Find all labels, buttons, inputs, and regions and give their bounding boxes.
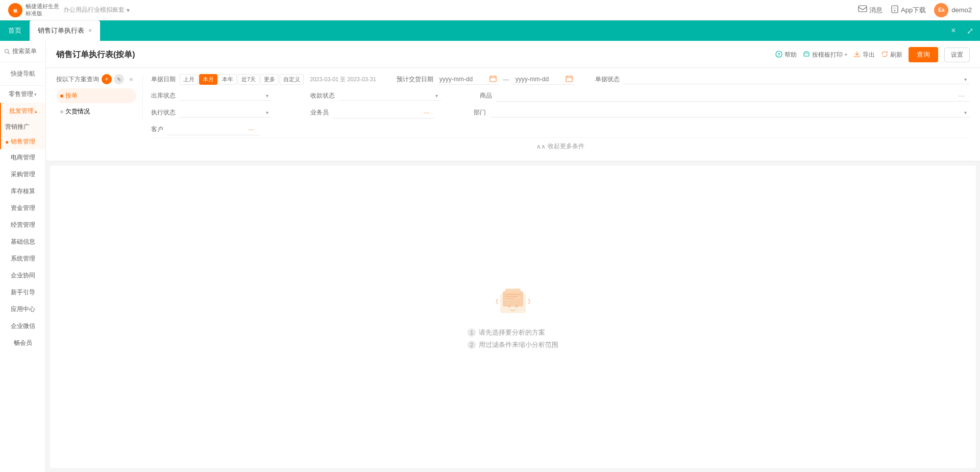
- enterprise-label: 企业协同: [11, 271, 35, 280]
- export-icon: [853, 51, 861, 59]
- chevron-up-icon: ∧∧: [536, 143, 546, 150]
- collapse-more-button[interactable]: ∧∧ 收起更多条件: [151, 137, 970, 155]
- svg-text:畅: 畅: [13, 9, 17, 13]
- expected-date-end-input[interactable]: [513, 74, 564, 84]
- calendar-end-icon[interactable]: [564, 75, 575, 84]
- bill-status-field: 单据状态 ▾: [595, 75, 970, 84]
- exec-status-field: 执行状态 ▾: [151, 108, 272, 117]
- sidebar-item-wechat[interactable]: 企业微信: [0, 318, 45, 335]
- scheme-collapse-button[interactable]: «: [126, 74, 136, 84]
- out-status-label: 出库状态: [151, 91, 176, 100]
- dept-arrow-icon: ▾: [964, 110, 967, 115]
- scheme-item-by-debt[interactable]: 欠货情况: [56, 104, 136, 119]
- date-btn-more[interactable]: 更多: [260, 74, 279, 85]
- dept-select[interactable]: ▾: [490, 108, 970, 117]
- bill-status-arrow-icon: ▾: [964, 77, 967, 82]
- query-button[interactable]: 查询: [909, 47, 938, 62]
- newbie-label: 新手引导: [11, 288, 35, 297]
- sidebar-item-newbie[interactable]: 新手引导: [0, 284, 45, 301]
- template-print-label: 按模板打印: [812, 51, 843, 59]
- sidebar-item-finance[interactable]: 资金管理: [0, 200, 45, 217]
- message-button[interactable]: 消息: [858, 5, 883, 16]
- scheme-edit-icon: ✎: [117, 77, 121, 82]
- svg-rect-17: [566, 76, 572, 82]
- refresh-button[interactable]: 刷新: [881, 51, 902, 59]
- tab-close-icon[interactable]: ×: [88, 27, 92, 34]
- tab-expand-button[interactable]: ⤢: [964, 25, 976, 37]
- svg-rect-2: [859, 6, 867, 12]
- search-menu-button[interactable]: 搜索菜单: [4, 45, 41, 58]
- date-btn-7days[interactable]: 近7天: [238, 74, 259, 85]
- sidebar-item-purchase[interactable]: 采购管理: [0, 166, 45, 183]
- empty-tip-2: 2 用过滤条件来缩小分析范围: [468, 340, 558, 349]
- bill-date-label: 单据日期: [151, 75, 176, 84]
- wechat-label: 企业微信: [11, 322, 35, 331]
- salesperson-dots-icon[interactable]: ···: [422, 108, 432, 116]
- tab-close-window-button[interactable]: ×: [947, 25, 960, 37]
- tip-num-1: 1: [468, 328, 476, 337]
- sidebar-item-retail[interactable]: 零售管理 ▾: [0, 86, 45, 103]
- filter-section: 按以下方案查询 + ✎ «: [56, 74, 970, 155]
- inventory-label: 库存核算: [11, 187, 35, 196]
- sidebar-item-sales[interactable]: ● 销售管理: [1, 134, 45, 149]
- date-btn-last-month[interactable]: 上月: [180, 74, 198, 85]
- tab-home-label: 首页: [8, 26, 21, 35]
- filter-main: 单据日期 上月 本月 本年 近7天 更多 自定义 2023-03-01 至 20…: [143, 74, 970, 155]
- receipt-status-select[interactable]: ▾: [339, 91, 441, 101]
- scheme-item-by-order[interactable]: 按单: [56, 88, 136, 103]
- tab-home[interactable]: 首页: [0, 20, 30, 41]
- sidebar-item-inventory[interactable]: 库存核算: [0, 183, 45, 200]
- page-actions: ? 帮助 按模板打印: [775, 47, 970, 62]
- scheme-collapse-icon: «: [130, 76, 133, 83]
- user-profile[interactable]: Ea demo2: [934, 3, 972, 17]
- tab-sales-order-label: 销售订单执行表: [38, 26, 84, 35]
- sidebar-item-operation[interactable]: 经营管理: [0, 217, 45, 233]
- export-button[interactable]: 导出: [853, 51, 875, 59]
- date-btn-custom[interactable]: 自定义: [280, 74, 304, 85]
- empty-icon: [493, 281, 533, 322]
- tab-sales-order[interactable]: 销售订单执行表 ×: [30, 20, 100, 41]
- exec-status-select[interactable]: ▾: [180, 108, 272, 117]
- app-download-icon: [891, 5, 899, 15]
- scheme-edit-button[interactable]: ✎: [114, 74, 124, 84]
- settings-button[interactable]: 设置: [944, 48, 970, 62]
- date-btn-this-month[interactable]: 本月: [199, 74, 217, 85]
- date-btn-this-year[interactable]: 本年: [218, 74, 237, 85]
- exec-status-arrow-icon: ▾: [266, 110, 268, 115]
- content-area: 销售订单执行表(按单) ? 帮助: [46, 41, 980, 472]
- sidebar-item-ecommerce[interactable]: 电商管理: [0, 149, 45, 166]
- salesperson-field: 业务员 ···: [310, 107, 435, 119]
- quick-nav-label: 快捷导航: [11, 69, 35, 78]
- breadcrumb-text: 办公用品行业模拟账套: [63, 6, 125, 14]
- sidebar-item-wholesale[interactable]: 批发管理 ▴: [0, 103, 45, 120]
- expected-date-start: [437, 74, 499, 85]
- help-button[interactable]: ? 帮助: [775, 51, 797, 59]
- sidebar-item-appstore[interactable]: 应用中心: [0, 301, 45, 318]
- avatar: Ea: [934, 3, 948, 17]
- breadcrumb[interactable]: 办公用品行业模拟账套 ▾: [63, 6, 130, 14]
- expected-date-range: —: [437, 74, 575, 85]
- wholesale-label: 批发管理: [9, 107, 34, 115]
- app-download-button[interactable]: App下载: [891, 5, 926, 15]
- customer-dots-icon[interactable]: ···: [246, 125, 256, 133]
- operation-label: 经营管理: [11, 221, 35, 229]
- refresh-icon: [881, 51, 888, 59]
- bill-status-select[interactable]: ▾: [624, 75, 970, 84]
- sidebar-item-enterprise[interactable]: 企业协同: [0, 267, 45, 284]
- out-status-select[interactable]: ▾: [180, 91, 272, 101]
- filter-row-3: 执行状态 ▾ 业务员 ···: [151, 107, 970, 119]
- wholesale-sub-menu: 营销推广 ● 销售管理: [0, 120, 45, 149]
- sidebar-item-basic[interactable]: 基础信息: [0, 233, 45, 250]
- sidebar-item-system[interactable]: 系统管理: [0, 250, 45, 267]
- expected-date-start-input[interactable]: [437, 74, 487, 84]
- sidebar-item-quicknav[interactable]: 快捷导航: [0, 65, 45, 82]
- page-title-row: 销售订单执行表(按单) ? 帮助: [56, 47, 970, 62]
- sidebar-item-marketing[interactable]: 营销推广: [1, 120, 45, 134]
- scheme-add-button[interactable]: +: [102, 74, 112, 84]
- customer-input-area: ···: [167, 124, 259, 135]
- marketing-label: 营销推广: [5, 123, 30, 131]
- goods-dots-icon[interactable]: ···: [957, 91, 967, 100]
- template-print-button[interactable]: 按模板打印 ▾: [803, 51, 847, 59]
- sidebar-item-member[interactable]: 畅会员: [0, 335, 45, 351]
- calendar-start-icon[interactable]: [487, 75, 499, 84]
